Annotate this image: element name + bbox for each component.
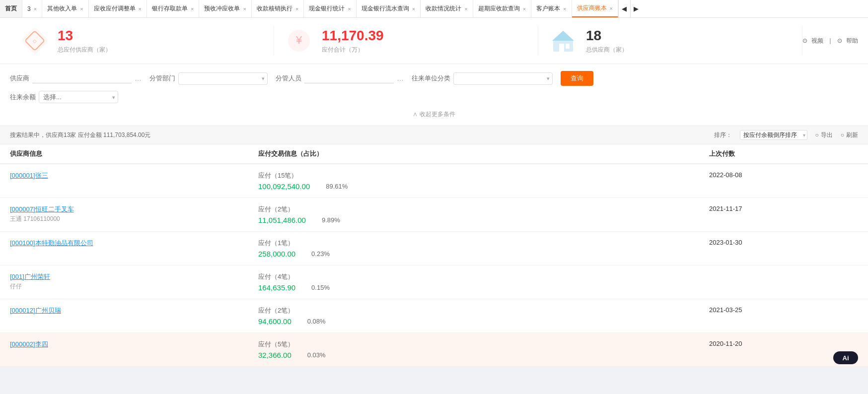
transaction-label: 应付（15笔） xyxy=(258,171,709,180)
money-icon: ¥ xyxy=(284,26,314,56)
table-header-lastpayment: 上次付数 xyxy=(709,149,858,158)
dept-select-wrap xyxy=(178,72,268,85)
supplier-dots[interactable]: … xyxy=(135,74,142,82)
query-button[interactable]: 查询 xyxy=(561,71,593,86)
nav-tab-cash-bank-stat[interactable]: 现金银行统计 × xyxy=(304,0,356,17)
last-payment-date: 2021-11-17 xyxy=(709,205,742,212)
nav-tab-bank-deposit-close[interactable]: × xyxy=(191,6,194,12)
transaction-label: 应付（5笔） xyxy=(258,340,709,349)
nav-tab-customer-account-close[interactable]: × xyxy=(563,6,566,12)
export-button[interactable]: ○ 导出 xyxy=(815,131,833,139)
category-select[interactable] xyxy=(453,72,553,85)
refresh-button[interactable]: ○ 刷新 xyxy=(841,131,858,139)
ai-button[interactable]: Ai xyxy=(833,351,858,364)
supplier-info-col: [001]广州荣轩 仔仔 xyxy=(10,272,258,291)
top-right-actions: ⊙ 视频 ｜ ⊙ 帮助 xyxy=(802,37,858,45)
supplier-info-col: [000100]本特勤油品有限公司 xyxy=(10,239,258,248)
help-link[interactable]: 帮助 xyxy=(846,37,858,45)
nav-tab-receipt-verify-close[interactable]: × xyxy=(295,6,298,12)
transaction-amount[interactable]: 32,366.00 xyxy=(258,351,291,359)
table-row: [000002]李四 应付（5笔） 32,366.00 0.03% 2020-1… xyxy=(0,333,868,367)
nav-tab-3-close[interactable]: × xyxy=(34,6,37,12)
nav-tab-overdue-query-label: 超期应收款查询 xyxy=(478,4,520,13)
balance-select[interactable]: 选择... xyxy=(39,91,118,103)
nav-arrow-right[interactable]: ▶ xyxy=(630,0,642,18)
nav-tab-ar-adjust-label: 应收应付调整单 xyxy=(94,4,136,13)
nav-tab-receipt-stat-close[interactable]: × xyxy=(464,6,467,12)
supplier-sub-info: 王通 17106110000 xyxy=(10,215,258,223)
nav-tab-ar-adjust[interactable]: 应收应付调整单 × xyxy=(89,0,147,17)
person-dots[interactable]: … xyxy=(397,74,404,82)
nav-tab-overdue-query-close[interactable]: × xyxy=(523,6,526,12)
divider: ｜ xyxy=(827,37,833,45)
table-header-supplier: 供应商信息 xyxy=(10,149,258,158)
supplier-name-link[interactable]: [000100]本特勤油品有限公司 xyxy=(10,239,258,248)
top-navigation: 首页 3 × 其他收入单 × 应收应付调整单 × 银行存取款单 × 预收冲应收单… xyxy=(0,0,868,18)
nav-tab-prepay-write-close[interactable]: × xyxy=(243,6,246,12)
nav-tab-cash-bank-flow-close[interactable]: × xyxy=(412,6,415,12)
transaction-amount[interactable]: 94,600.00 xyxy=(258,317,291,326)
transaction-col: 应付（15笔） 100,092,540.00 89.61% xyxy=(258,171,709,191)
sort-select[interactable]: 按应付余额倒序排序 xyxy=(740,130,807,140)
category-select-wrap xyxy=(453,72,553,85)
transaction-amount[interactable]: 164,635.90 xyxy=(258,283,295,292)
collapse-label: 收起更多条件 xyxy=(420,111,455,118)
transaction-percent: 0.23% xyxy=(311,250,330,258)
svg-rect-8 xyxy=(566,44,570,49)
nav-tab-supplier-account[interactable]: 供应商账本 × xyxy=(572,0,618,17)
nav-tab-receipt-verify[interactable]: 收款核销执行 × xyxy=(252,0,304,17)
nav-tab-supplier-account-label: 供应商账本 xyxy=(577,4,607,12)
person-input[interactable] xyxy=(304,73,394,83)
summary-card-total-suppliers: 18 总供应商（家） xyxy=(538,26,802,56)
last-payment-date: 2022-08-08 xyxy=(709,171,742,179)
supplier-name-link[interactable]: [000002]李四 xyxy=(10,340,258,349)
nav-tab-supplier-account-close[interactable]: × xyxy=(610,5,613,11)
supplier-input[interactable] xyxy=(32,73,132,83)
nav-tab-cash-bank-flow[interactable]: 现金银行流水查询 × xyxy=(357,0,421,17)
transaction-amount[interactable]: 100,092,540.00 xyxy=(258,182,310,191)
card-payable-suppliers-content: 13 总应付供应商（家） xyxy=(58,27,111,55)
results-summary: 搜索结果中，供应商13家 应付金额 111,703,854.00元 xyxy=(10,131,150,139)
transaction-col: 应付（1笔） 258,000.00 0.23% xyxy=(258,239,709,258)
svg-text:¥: ¥ xyxy=(295,34,302,46)
nav-tab-other-income-close[interactable]: × xyxy=(80,6,83,12)
nav-tab-3[interactable]: 3 × xyxy=(22,0,42,17)
collapse-button[interactable]: ∧ 收起更多条件 xyxy=(413,110,455,119)
supplier-name-link[interactable]: [000012]广州贝瑞 xyxy=(10,306,258,315)
supplier-name-link[interactable]: [000007]恒旺二手叉车 xyxy=(10,205,258,214)
supplier-sub-info: 仔仔 xyxy=(10,282,258,291)
svg-marker-6 xyxy=(552,31,574,41)
nav-tab-cash-bank-stat-close[interactable]: × xyxy=(348,6,351,12)
dept-select[interactable] xyxy=(178,72,268,85)
transaction-amount[interactable]: 258,000.00 xyxy=(258,250,295,258)
nav-tab-overdue-query[interactable]: 超期应收款查询 × xyxy=(473,0,531,17)
sort-label: 排序： xyxy=(714,131,732,139)
nav-tab-bank-deposit[interactable]: 银行存取款单 × xyxy=(147,0,199,17)
nav-tab-receipt-stat[interactable]: 收款情况统计 × xyxy=(421,0,473,17)
table-row: [000001]张三 应付（15笔） 100,092,540.00 89.61%… xyxy=(0,164,868,198)
last-payment-col: 2021-11-17 xyxy=(709,205,858,212)
nav-arrow-left[interactable]: ◀ xyxy=(618,0,630,18)
table-header-transaction: 应付交易信息（占比） xyxy=(258,149,709,158)
nav-tab-other-income[interactable]: 其他收入单 × xyxy=(42,0,88,17)
collapse-icon: ∧ xyxy=(413,111,418,118)
supplier-name-link[interactable]: [001]广州荣轩 xyxy=(10,272,258,281)
supplier-info-col: [000007]恒旺二手叉车 王通 17106110000 xyxy=(10,205,258,223)
supplier-name-link[interactable]: [000001]张三 xyxy=(10,171,258,180)
transaction-label: 应付（1笔） xyxy=(258,239,709,248)
nav-tab-home[interactable]: 首页 xyxy=(0,0,22,17)
nav-tab-prepay-write[interactable]: 预收冲应收单 × xyxy=(199,0,251,17)
nav-tab-customer-account[interactable]: 客户账本 × xyxy=(531,0,572,17)
total-suppliers-value: 18 xyxy=(586,27,628,44)
video-icon: ⊙ xyxy=(802,37,807,44)
filter-row-1: 供应商 … 分管部门 分管人员 … 往来单位分类 xyxy=(10,71,858,86)
filter-area: 供应商 … 分管部门 分管人员 … 往来单位分类 xyxy=(0,64,868,126)
nav-tab-ar-adjust-close[interactable]: × xyxy=(139,6,142,12)
transaction-amount[interactable]: 11,051,486.00 xyxy=(258,216,306,224)
video-link[interactable]: 视频 xyxy=(811,37,823,45)
last-payment-date: 2020-11-20 xyxy=(709,340,742,347)
last-payment-date: 2023-01-30 xyxy=(709,239,742,246)
diamond-icon: ◇ xyxy=(20,26,50,56)
filter-dept: 分管部门 xyxy=(149,72,268,85)
help-icon: ⊙ xyxy=(837,37,842,44)
